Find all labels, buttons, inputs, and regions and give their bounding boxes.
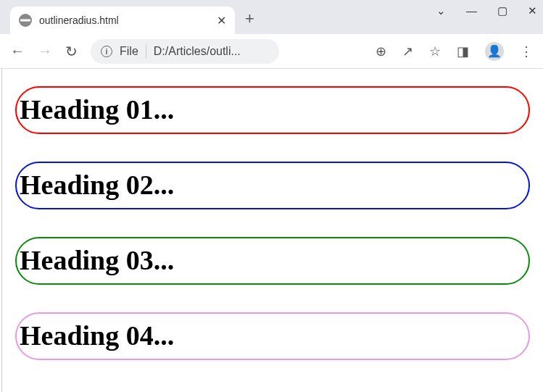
heading-text: Heading 01... bbox=[20, 93, 524, 125]
new-tab-button[interactable]: + bbox=[245, 9, 254, 28]
zoom-icon[interactable]: ⊕ bbox=[376, 43, 386, 59]
toolbar-actions: ⊕ ↗ ☆ ◨ 👤 ⋮ bbox=[376, 42, 533, 61]
close-tab-icon[interactable]: ✕ bbox=[217, 14, 226, 28]
heading-text: Heading 02... bbox=[20, 169, 524, 201]
page-content: Heading 01...Heading 02...Heading 03...H… bbox=[1, 69, 543, 392]
file-label: File bbox=[120, 45, 138, 58]
info-icon[interactable]: i bbox=[101, 46, 112, 57]
heading-pill-3: Heading 03... bbox=[15, 237, 530, 285]
heading-pill-2: Heading 02... bbox=[15, 162, 530, 209]
window-minimize-icon[interactable]: — bbox=[466, 4, 477, 17]
browser-tab[interactable]: outlineradius.html ✕ bbox=[10, 7, 235, 34]
menu-icon[interactable]: ⋮ bbox=[520, 43, 533, 59]
install-icon[interactable]: ◨ bbox=[457, 43, 469, 59]
back-button[interactable]: ← bbox=[10, 43, 25, 59]
window-dropdown-icon[interactable]: ⌄ bbox=[436, 4, 446, 17]
reload-button[interactable]: ↻ bbox=[65, 43, 78, 60]
window-controls: ⌄ — ▢ ✕ bbox=[436, 4, 537, 17]
browser-titlebar: outlineradius.html ✕ + ⌄ — ▢ ✕ bbox=[0, 0, 543, 34]
address-bar[interactable]: i File D:/Articles/outli... bbox=[91, 39, 279, 64]
url-path: D:/Articles/outli... bbox=[154, 45, 241, 58]
tab-title: outlineradius.html bbox=[39, 14, 210, 26]
heading-pill-4: Heading 04... bbox=[15, 312, 530, 360]
heading-text: Heading 03... bbox=[20, 244, 524, 276]
globe-icon bbox=[19, 14, 32, 27]
forward-button[interactable]: → bbox=[38, 43, 52, 59]
window-close-icon[interactable]: ✕ bbox=[528, 4, 537, 17]
profile-avatar[interactable]: 👤 bbox=[485, 42, 504, 61]
bookmark-icon[interactable]: ☆ bbox=[429, 43, 441, 59]
divider bbox=[146, 44, 146, 59]
share-icon[interactable]: ↗ bbox=[402, 43, 413, 59]
heading-pill-1: Heading 01... bbox=[15, 86, 530, 134]
window-maximize-icon[interactable]: ▢ bbox=[497, 4, 507, 17]
heading-text: Heading 04... bbox=[20, 320, 524, 351]
browser-toolbar: ← → ↻ i File D:/Articles/outli... ⊕ ↗ ☆ … bbox=[0, 34, 543, 69]
